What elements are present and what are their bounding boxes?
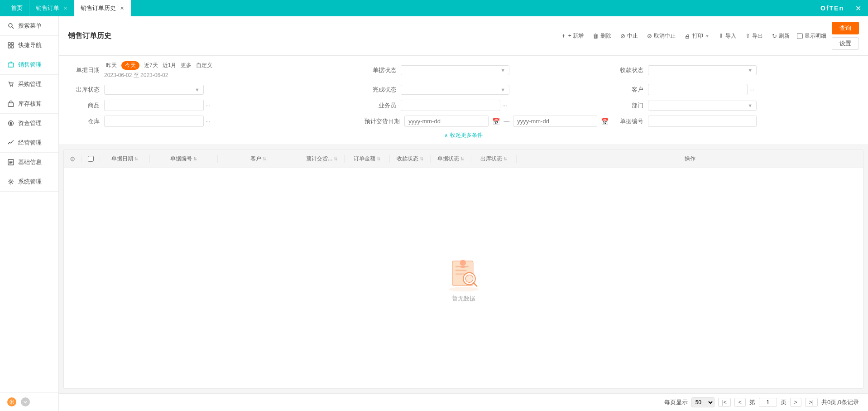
- plus-icon: ＋: [561, 32, 566, 40]
- new-btn[interactable]: ＋ + 新增: [559, 31, 585, 41]
- stop-btn-label: 中止: [627, 32, 638, 40]
- sidebar-item-inventory[interactable]: 库存核算: [0, 94, 58, 114]
- order-no-sort-icon[interactable]: ⇅: [193, 156, 197, 161]
- calendar-start-icon[interactable]: 📅: [492, 118, 500, 125]
- goods-ellipsis[interactable]: ···: [206, 102, 211, 109]
- page-prev-btn[interactable]: <: [734, 398, 746, 407]
- new-btn-label: + 新增: [568, 32, 584, 40]
- top-bar: 首页 销售订单 ✕ 销售订单历史 ✕ OfTEn ✕: [0, 0, 868, 16]
- svg-rect-6: [8, 63, 14, 67]
- inventory-icon: [7, 100, 14, 107]
- tab-sales-order-close[interactable]: ✕: [63, 5, 67, 11]
- tab-history-close[interactable]: ✕: [120, 5, 124, 11]
- page-number-input[interactable]: [759, 398, 777, 407]
- settings-btn[interactable]: 设置: [832, 37, 859, 50]
- out-status-sort-icon[interactable]: ⇅: [504, 156, 507, 161]
- delivery-date-start[interactable]: [404, 116, 489, 127]
- page-next-btn[interactable]: >: [790, 398, 801, 407]
- receipt-status-label: 收款状态: [612, 66, 648, 74]
- status-sort-icon[interactable]: ⇅: [460, 156, 464, 161]
- sidebar-expand-btn[interactable]: [21, 397, 30, 406]
- sidebar-settings-btn[interactable]: [7, 397, 16, 406]
- sidebar-item-finance[interactable]: 资金管理: [0, 114, 58, 133]
- operations-icon: [7, 139, 14, 146]
- goods-input[interactable]: [104, 100, 204, 111]
- customer-sort-icon[interactable]: ⇅: [263, 156, 266, 161]
- date-sort-icon[interactable]: ⇅: [134, 156, 138, 161]
- salesperson-input[interactable]: [401, 100, 500, 111]
- th-order-status: 单据状态 ⇅: [431, 155, 471, 163]
- refresh-btn-label: 刷新: [779, 32, 790, 40]
- date-yesterday[interactable]: 昨天: [106, 62, 117, 69]
- complete-status-select[interactable]: ▼: [401, 85, 509, 95]
- receipt-sort-icon[interactable]: ⇅: [420, 156, 423, 161]
- sidebar-item-basic-info[interactable]: 基础信息: [0, 153, 58, 172]
- sidebar-item-sales-mgmt[interactable]: 销售管理: [0, 55, 58, 75]
- delivery-date-range: 📅 — 📅: [404, 116, 609, 127]
- date-today[interactable]: 今天: [121, 61, 139, 70]
- collapse-label: 收起更多条件: [450, 131, 483, 139]
- stop-icon: ⊘: [620, 33, 625, 39]
- date-7days[interactable]: 近7天: [144, 62, 158, 69]
- salesperson-ellipsis[interactable]: ···: [502, 102, 507, 109]
- sidebar-item-purchase-mgmt[interactable]: 采购管理: [0, 75, 58, 94]
- settings-gear-icon[interactable]: ⚙: [70, 155, 76, 163]
- date-1month[interactable]: 近1月: [163, 62, 177, 69]
- tab-sales-order-history[interactable]: 销售订单历史 ✕: [74, 0, 131, 16]
- page-size-label: 每页显示: [664, 398, 688, 406]
- warehouse-ellipsis[interactable]: ···: [206, 118, 211, 125]
- filter-row-3: 商品 ··· 业务员 ··· 部门: [68, 100, 859, 111]
- th-checkbox[interactable]: [82, 156, 100, 162]
- filter-complete-status-section: 完成状态 ▼: [364, 85, 612, 95]
- sidebar-item-search-menu[interactable]: 搜索菜单: [0, 16, 58, 36]
- collapse-btn[interactable]: ∧ 收起更多条件: [68, 131, 859, 139]
- delete-btn[interactable]: 🗑 删除: [591, 31, 613, 41]
- print-btn[interactable]: 🖨 打印 ▼: [683, 31, 711, 41]
- filter-row-2: 出库状态 ▼ 完成状态 ▼ 客户: [68, 84, 859, 95]
- out-status-select[interactable]: ▼: [104, 85, 204, 95]
- print-btn-label: 打印: [692, 32, 703, 40]
- page-label-post: 页: [781, 398, 786, 406]
- sidebar-quicknav-label: 快捷导航: [18, 41, 42, 49]
- cancel-stop-btn-label: 取消中止: [654, 32, 676, 40]
- amount-sort-icon[interactable]: ⇅: [377, 156, 380, 161]
- sidebar-item-quick-nav[interactable]: 快捷导航: [0, 36, 58, 55]
- sidebar-purchase-label: 采购管理: [18, 80, 42, 88]
- order-no-input[interactable]: [648, 116, 757, 127]
- th-out-status-label: 出库状态: [480, 155, 502, 163]
- page-first-btn[interactable]: |<: [718, 398, 731, 407]
- dept-select[interactable]: ▼: [648, 101, 757, 111]
- stop-btn[interactable]: ⊘ 中止: [619, 31, 640, 41]
- filter-customer-section: 客户 ···: [612, 84, 859, 95]
- warehouse-input[interactable]: [104, 116, 204, 127]
- date-more[interactable]: 更多: [181, 62, 192, 69]
- nav-icon: [7, 42, 14, 49]
- customer-input[interactable]: [648, 84, 748, 95]
- sidebar-item-operations[interactable]: 经营管理: [0, 133, 58, 153]
- calendar-end-icon[interactable]: 📅: [601, 118, 609, 125]
- select-all-checkbox[interactable]: [88, 156, 94, 162]
- customer-ellipsis[interactable]: ···: [749, 86, 754, 93]
- delivery-sort-icon[interactable]: ⇅: [334, 156, 337, 161]
- query-btn[interactable]: 查询: [832, 22, 859, 34]
- display-toggle[interactable]: 显示明细: [797, 32, 826, 40]
- date-dash: —: [504, 118, 509, 125]
- collapse-up-icon: ∧: [444, 132, 448, 139]
- receipt-status-select[interactable]: ▼: [648, 65, 757, 75]
- cancel-stop-btn[interactable]: ⊘ 取消中止: [645, 31, 677, 41]
- display-toggle-checkbox[interactable]: [797, 33, 803, 39]
- refresh-btn[interactable]: ↻ 刷新: [770, 31, 791, 41]
- import-btn[interactable]: ⇩ 导入: [717, 31, 738, 41]
- delivery-date-end[interactable]: [513, 116, 597, 127]
- sidebar-item-system-mgmt[interactable]: 系统管理: [0, 172, 58, 192]
- export-btn[interactable]: ⇧ 导出: [743, 31, 765, 41]
- tab-home[interactable]: 首页: [5, 0, 29, 16]
- tab-sales-order[interactable]: 销售订单 ✕: [29, 0, 74, 16]
- date-custom[interactable]: 自定义: [196, 62, 212, 69]
- th-settings[interactable]: ⚙: [64, 155, 82, 163]
- page-size-select[interactable]: 50 10 20 100: [691, 397, 715, 407]
- window-close-btn[interactable]: ✕: [853, 4, 863, 13]
- page-last-btn[interactable]: >|: [805, 398, 818, 407]
- out-status-label: 出库状态: [68, 86, 104, 94]
- order-status-select[interactable]: ▼: [401, 65, 509, 75]
